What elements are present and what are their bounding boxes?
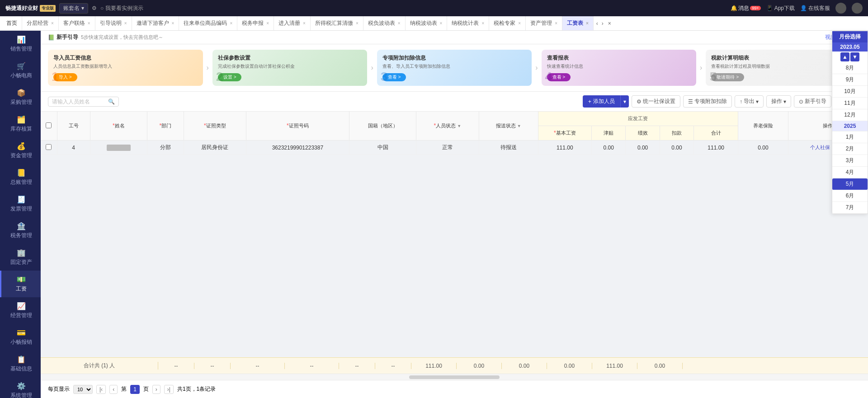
- sidebar-label-fixed-assets: 固定资产: [10, 258, 32, 266]
- first-page-button[interactable]: |‹: [96, 385, 106, 394]
- month-item-8[interactable]: 8月: [832, 62, 868, 74]
- personal-insurance-link[interactable]: 个人社保: [810, 145, 830, 150]
- tab-close-tax-calc[interactable]: ×: [356, 21, 359, 26]
- th-checkbox: [41, 112, 57, 140]
- special-deduction-button[interactable]: ☰ 专项附加扣除: [683, 95, 732, 108]
- tab-close-invite[interactable]: ×: [172, 21, 175, 26]
- month-item-9[interactable]: 9月: [832, 74, 868, 86]
- sidebar-item-ecommerce[interactable]: 🛒 小畅电商: [0, 57, 41, 84]
- tab-close-goods-code[interactable]: ×: [230, 21, 232, 26]
- tab-close-tax-stat[interactable]: ×: [481, 21, 484, 26]
- export-icon: ↑: [740, 98, 742, 105]
- tab-home[interactable]: 首页: [2, 16, 22, 31]
- tab-tax-calc[interactable]: 所得税汇算清缴 ×: [311, 16, 363, 31]
- sidebar-item-finance[interactable]: 💰 资金管理: [0, 137, 41, 164]
- sidebar-item-purchase[interactable]: 📦 采购管理: [0, 84, 41, 111]
- month-nav-up[interactable]: ▲: [840, 52, 849, 61]
- tab-close-tax-wave1[interactable]: ×: [398, 21, 401, 26]
- avatar[interactable]: [835, 3, 846, 14]
- tab-tax-report[interactable]: 税务申报 ×: [237, 16, 274, 31]
- th-id-no: *证照号码: [246, 112, 349, 140]
- prev-page-button[interactable]: ‹: [109, 385, 118, 394]
- row-checkbox[interactable]: [46, 144, 52, 150]
- month-item-11[interactable]: 11月: [832, 98, 868, 109]
- sidebar-item-operation[interactable]: 📈 经营管理: [0, 297, 41, 324]
- tab-close-fencengjingying[interactable]: ×: [51, 21, 54, 26]
- month-item-3[interactable]: 3月: [832, 155, 868, 167]
- summary-total: 111.00: [592, 363, 637, 369]
- sidebar-item-sales[interactable]: 📊 销售管理: [0, 31, 41, 57]
- tab-fencengjingying[interactable]: 分层经营 ×: [22, 16, 59, 31]
- settings-icon[interactable]: ⚙: [92, 5, 97, 11]
- select-all-checkbox[interactable]: [46, 122, 52, 128]
- tab-tax-wave1[interactable]: 税负波动表 ×: [363, 16, 406, 31]
- export-button[interactable]: ↑ 导出 ▾: [735, 95, 764, 108]
- search-icon[interactable]: 🔍: [108, 98, 115, 105]
- sidebar-item-salary[interactable]: 💵 工资: [0, 271, 41, 297]
- tab-invite[interactable]: 邀请下游客户 ×: [132, 16, 179, 31]
- user-avatar-extra[interactable]: [852, 3, 863, 14]
- sidebar-item-ledger[interactable]: 📒 总账管理: [0, 164, 41, 191]
- sidebar-item-base-info[interactable]: 📋 基础信息: [0, 351, 41, 377]
- tab-tax-stat[interactable]: 纳税统计表 ×: [447, 16, 489, 31]
- add-person-button[interactable]: + 添加人员: [583, 95, 620, 108]
- search-input[interactable]: [52, 98, 106, 105]
- month-item-12[interactable]: 12月: [832, 109, 868, 121]
- month-item-10[interactable]: 10月: [832, 86, 868, 98]
- scroll-thumb[interactable]: [409, 375, 500, 379]
- salary-icon: 💵: [17, 275, 26, 284]
- account-selector[interactable]: 账套名 ▾: [59, 3, 88, 14]
- sidebar-item-fixed-assets[interactable]: 🏢 固定资产: [0, 244, 41, 271]
- page-size-select[interactable]: 10 20 50: [73, 385, 93, 394]
- sidebar-item-tax[interactable]: 🏦 税务管理: [0, 217, 41, 244]
- sidebar-item-system[interactable]: ⚙️ 系统管理: [0, 377, 41, 398]
- sidebar-item-invoice[interactable]: 🧾 发票管理: [0, 191, 41, 217]
- tab-close-kehu[interactable]: ×: [88, 21, 90, 26]
- tab-salary[interactable]: 工资表 ×: [562, 16, 594, 31]
- tab-qingce[interactable]: 进入清册 ×: [274, 16, 311, 31]
- month-item-1[interactable]: 1月: [832, 131, 868, 143]
- tab-kehu[interactable]: 客户联络 ×: [59, 16, 95, 31]
- month-item-7[interactable]: 7月: [832, 202, 868, 214]
- month-item-6[interactable]: 6月: [832, 190, 868, 202]
- sidebar-item-inventory[interactable]: 🗂️ 库存核算: [0, 111, 41, 137]
- month-item-2[interactable]: 2月: [832, 143, 868, 155]
- next-page-button[interactable]: ›: [152, 385, 160, 394]
- sidebar-item-expense[interactable]: 💳 小畅报销: [0, 324, 41, 351]
- tab-close-qingce[interactable]: ×: [303, 21, 306, 26]
- tab-close-tax-wave2[interactable]: ×: [440, 21, 443, 26]
- table-scroll-wrap: 工号 *姓名 *部门 *证照类型 *证照号码 国籍（地区） *人员状态 ▼ 报送…: [41, 112, 868, 357]
- nav-prev-icon[interactable]: ‹: [594, 20, 600, 27]
- tab-goods-code[interactable]: 往来单位商品编码 ×: [179, 16, 237, 31]
- tab-assets[interactable]: 资产管理 ×: [526, 16, 562, 31]
- nav-next-icon[interactable]: ›: [600, 20, 605, 27]
- tab-close-yindao[interactable]: ×: [124, 21, 127, 26]
- unify-setting-button[interactable]: ⚙ 统一社保设置: [632, 95, 680, 108]
- tab-yindao[interactable]: 引导说明 ×: [95, 16, 132, 31]
- download-icon: 📱: [766, 5, 773, 11]
- step-2-title: 社保参数设置: [218, 54, 362, 62]
- month-nav-down[interactable]: ▼: [850, 52, 859, 61]
- online-service-button[interactable]: 👤 在线客服: [800, 5, 830, 12]
- step-2-num: 2: [216, 70, 223, 84]
- month-item-4[interactable]: 4月: [832, 167, 868, 178]
- guide-button[interactable]: ⊙ 新手引导: [794, 95, 831, 108]
- tab-close-tax-report[interactable]: ×: [266, 21, 269, 26]
- close-all-tabs-button[interactable]: ×: [605, 20, 614, 27]
- tab-tax-wave2[interactable]: 纳税波动表 ×: [406, 16, 448, 31]
- sidebar-label-system: 系统管理: [10, 392, 32, 398]
- app-logo: 畅捷通好业财 专业版: [5, 5, 56, 12]
- summary-allowance: 0.00: [457, 363, 502, 369]
- app-download-button[interactable]: 📱 App下载: [766, 5, 795, 12]
- message-button[interactable]: 🔔 消息 99+: [731, 5, 760, 12]
- tab-close-assets[interactable]: ×: [555, 21, 557, 26]
- tab-tax-expert[interactable]: 税检专家 ×: [489, 16, 526, 31]
- add-person-dropdown-button[interactable]: ▾: [620, 95, 629, 108]
- operate-button[interactable]: 操作 ▾: [766, 95, 791, 108]
- tab-close-tax-expert[interactable]: ×: [518, 21, 521, 26]
- demo-button[interactable]: ○ 我要看实例演示: [100, 5, 143, 12]
- last-page-button[interactable]: ›|: [164, 385, 174, 394]
- current-page-button[interactable]: 1: [130, 385, 140, 394]
- tab-close-salary[interactable]: ×: [586, 21, 589, 26]
- month-item-5[interactable]: 5月: [832, 178, 868, 190]
